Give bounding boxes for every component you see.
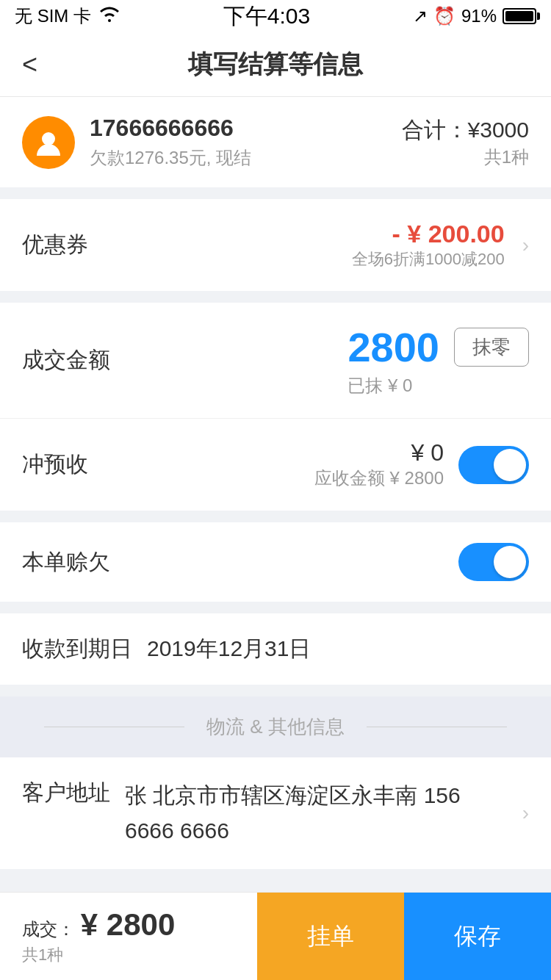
divider-line-right [367, 727, 507, 727]
coupon-label: 优惠券 [22, 230, 88, 260]
address-chevron-icon: › [522, 801, 529, 825]
chevron-right-icon: › [522, 234, 529, 257]
due-date-label: 收款到期日 [22, 634, 132, 664]
user-left: 17666666666 欠款1276.35元, 现结 [22, 115, 251, 170]
pre-amount: ¥ 0 [314, 439, 444, 466]
bottom-deal-wrap: 成交： ¥ 2800 [22, 907, 235, 943]
pre-amount-wrap: ¥ 0 应收金额 ¥ 2800 [314, 439, 444, 490]
address-section[interactable]: 客户地址 张 北京市市辖区海淀区永丰南 156 6666 6666 › [0, 757, 551, 869]
save-button[interactable]: 保存 [404, 893, 551, 980]
wifi-icon [98, 6, 120, 26]
status-left: 无 SIM 卡 [15, 4, 120, 28]
user-sub: 欠款1276.35元, 现结 [90, 146, 251, 170]
date-row: 收款到期日 2019年12月31日 [22, 634, 529, 664]
total-count: 共1种 [402, 145, 529, 169]
bottom-amount: ¥ 2800 [81, 907, 175, 942]
deal-amount-row: 成交金额 2800 抹零 已抹 ¥ 0 [0, 303, 551, 419]
coupon-row[interactable]: 优惠券 - ¥ 200.00 全场6折满1000减200 › [0, 199, 551, 291]
location-icon: ↗ [413, 6, 428, 26]
status-time: 下午4:03 [223, 1, 310, 32]
content: 17666666666 欠款1276.35元, 现结 合计：¥3000 共1种 … [0, 97, 551, 980]
status-bar: 无 SIM 卡 下午4:03 ↗ ⏰ 91% [0, 0, 551, 32]
user-phone: 17666666666 [90, 115, 251, 142]
debt-row: 本单赊欠 [0, 522, 551, 602]
due-date-value: 2019年12月31日 [147, 634, 311, 664]
nav-bar: < 填写结算等信息 [0, 32, 551, 97]
pre-collect-row: 冲预收 ¥ 0 应收金额 ¥ 2800 [0, 419, 551, 511]
address-label: 客户地址 [22, 778, 110, 808]
divider-line-left [44, 727, 184, 727]
deal-section: 成交金额 2800 抹零 已抹 ¥ 0 冲预收 ¥ 0 应收金额 ¥ 2800 [0, 303, 551, 511]
bottom-deal-label: 成交： [22, 919, 75, 939]
total-amount: 合计：¥3000 [402, 115, 529, 145]
date-section: 收款到期日 2019年12月31日 [0, 613, 551, 685]
deal-value: 2800 [347, 323, 439, 371]
battery-percent: 91% [461, 6, 497, 26]
svg-point-0 [42, 132, 55, 145]
page-title: 填写结算等信息 [188, 48, 363, 82]
pre-collect-toggle[interactable] [458, 446, 529, 484]
battery-icon [503, 8, 536, 24]
debt-section: 本单赊欠 [0, 522, 551, 602]
status-right: ↗ ⏰ 91% [413, 6, 536, 26]
divider-section: 物流 & 其他信息 [0, 696, 551, 757]
back-button[interactable]: < [22, 49, 37, 80]
deal-value-wrap: 2800 抹零 [347, 323, 529, 371]
deal-sub: 已抹 ¥ 0 [347, 374, 529, 397]
user-total: 合计：¥3000 共1种 [402, 115, 529, 169]
alarm-icon: ⏰ [433, 6, 455, 26]
coupon-section: 优惠券 - ¥ 200.00 全场6折满1000减200 › [0, 199, 551, 291]
pre-right: ¥ 0 应收金额 ¥ 2800 [314, 439, 529, 490]
deal-amount-label: 成交金额 [22, 345, 110, 375]
coupon-desc: 全场6折满1000减200 [352, 248, 505, 270]
carrier-label: 无 SIM 卡 [15, 4, 91, 28]
bottom-bar: 成交： ¥ 2800 共1种 挂单 保存 [0, 892, 551, 980]
bottom-count: 共1种 [22, 944, 235, 966]
address-row: 客户地址 张 北京市市辖区海淀区永丰南 156 6666 6666 › [22, 778, 529, 849]
debt-label: 本单赊欠 [22, 547, 110, 577]
coupon-right: - ¥ 200.00 全场6折满1000减200 › [352, 220, 529, 270]
pre-sub: 应收金额 ¥ 2800 [314, 466, 444, 490]
bottom-buttons: 挂单 保存 [257, 893, 551, 980]
user-info: 17666666666 欠款1276.35元, 现结 [90, 115, 251, 170]
pre-collect-label: 冲预收 [22, 450, 88, 480]
debt-toggle[interactable] [458, 543, 529, 581]
hang-button[interactable]: 挂单 [257, 893, 404, 980]
avatar [22, 116, 75, 169]
bottom-info: 成交： ¥ 2800 共1种 [0, 907, 257, 966]
coupon-amount: - ¥ 200.00 [352, 220, 505, 248]
user-info-row: 17666666666 欠款1276.35元, 现结 合计：¥3000 共1种 [0, 97, 551, 187]
address-value: 张 北京市市辖区海淀区永丰南 156 6666 6666 [125, 778, 511, 849]
round-button[interactable]: 抹零 [454, 328, 529, 367]
divider-text: 物流 & 其他信息 [206, 714, 345, 740]
